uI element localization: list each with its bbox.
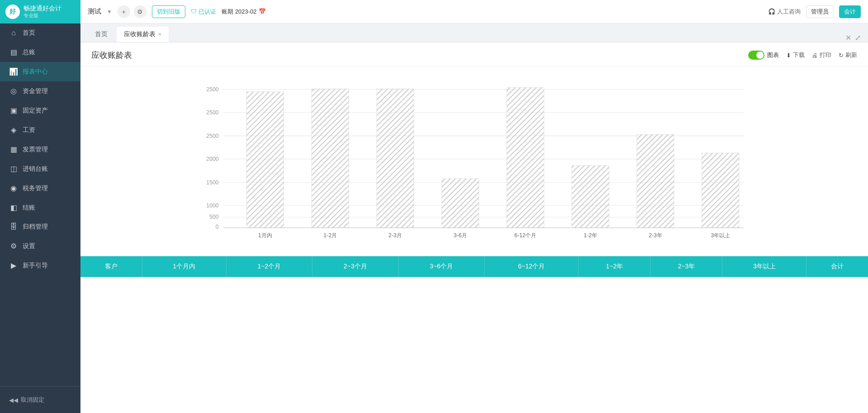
- sidebar-item-ledger[interactable]: ▤ 总账: [0, 42, 80, 62]
- certified-badge: 🛡 已认证: [191, 8, 216, 16]
- col-3plus-year: 3年以上: [722, 256, 807, 277]
- sidebar-item-settings[interactable]: ⚙ 设置: [0, 236, 80, 256]
- topbar-action-group: + ⚙: [118, 5, 146, 18]
- salary-icon: ◈: [9, 126, 18, 134]
- sidebar-item-reports[interactable]: 📊 报表中心: [0, 62, 80, 81]
- consulting-button[interactable]: 🎧 人工咨询: [768, 8, 801, 16]
- col-customer: 客户: [80, 256, 142, 277]
- svg-text:1500: 1500: [206, 179, 219, 186]
- sidebar-item-invoice[interactable]: ▦ 发票管理: [0, 140, 80, 159]
- sidebar-item-tax[interactable]: ◉ 税务管理: [0, 178, 80, 198]
- invoice-icon: ▦: [9, 145, 18, 154]
- sidebar-item-salary[interactable]: ◈ 工资: [0, 120, 80, 140]
- table-header-row: 客户 1个月内 1~2个月 2~3个月 3~6个月 6~12个月 1~2年 2~…: [80, 256, 868, 277]
- main-area: 测试 ▼ + ⚙ 切到旧版 🛡 已认证 账期 2023-02 📅 🎧 人工咨询 …: [80, 0, 868, 413]
- shield-icon: 🛡: [191, 8, 197, 15]
- sidebar-item-closing[interactable]: ◧ 结账: [0, 198, 80, 217]
- sidebar-item-guide[interactable]: ▶ 新手引导: [0, 256, 80, 275]
- settings-icon: ⚙: [9, 242, 18, 250]
- svg-text:3年以上: 3年以上: [711, 232, 730, 239]
- period-label: 账期: [222, 8, 233, 16]
- print-button[interactable]: 🖨 打印: [812, 51, 831, 59]
- sidebar-logo: 好 畅捷通好会计 专业版: [0, 0, 80, 23]
- sidebar-item-purchase[interactable]: ◫ 进销台账: [0, 159, 80, 178]
- certified-label: 已认证: [198, 8, 216, 16]
- period-display: 账期 2023-02 📅: [222, 8, 266, 16]
- assets-icon: ▣: [9, 106, 18, 115]
- tab-aging-label: 应收账龄表: [124, 30, 156, 38]
- reports-icon: 📊: [9, 67, 18, 76]
- sidebar-item-label-settings: 设置: [23, 242, 35, 250]
- chart-toggle[interactable]: [748, 51, 764, 60]
- sidebar-item-label-tax: 税务管理: [23, 184, 48, 192]
- print-icon: 🖨: [812, 52, 818, 59]
- accountant-button[interactable]: 会计: [839, 5, 861, 18]
- tab-close-button[interactable]: ×: [158, 31, 161, 38]
- tab-aging-report[interactable]: 应收账龄表 ×: [117, 27, 169, 42]
- sidebar-item-label-ledger: 总账: [23, 48, 35, 56]
- col-1month: 1个月内: [142, 256, 226, 277]
- settings-gear-button[interactable]: ⚙: [134, 5, 146, 18]
- app-logo-icon: 好: [5, 5, 20, 19]
- col-total: 合计: [807, 256, 868, 277]
- page-content: 应收账龄表 图表 ⬇ 下载 🖨 打印 ↻: [80, 42, 868, 413]
- sidebar-nav: ⌂ 首页 ▤ 总账 📊 报表中心 ◎ 资金管理 ▣ 固定资产 ◈ 工资 ▦ 发票…: [0, 23, 80, 386]
- tab-home[interactable]: 首页: [88, 27, 115, 42]
- unpin-icon: ◀◀: [9, 397, 18, 404]
- sidebar-item-archive[interactable]: 🗄 归档管理: [0, 217, 80, 236]
- download-icon: ⬇: [786, 52, 791, 59]
- page-actions: 图表 ⬇ 下载 🖨 打印 ↻ 刷新: [748, 51, 857, 60]
- sidebar-item-label-assets: 固定资产: [23, 107, 48, 115]
- sidebar-item-label-home: 首页: [23, 29, 35, 37]
- sidebar-item-assets[interactable]: ▣ 固定资产: [0, 101, 80, 120]
- col-2-3year: 2~3年: [651, 256, 722, 277]
- chart-area: 2500 2500 2500 2000 1500 1000 500 0: [80, 66, 868, 256]
- calendar-icon[interactable]: 📅: [259, 8, 266, 15]
- download-button[interactable]: ⬇ 下载: [786, 51, 805, 59]
- sidebar-item-label-guide: 新手引导: [23, 262, 48, 270]
- topbar-right-group: 🎧 人工咨询 管理员 会计: [768, 5, 861, 18]
- tab-home-label: 首页: [95, 30, 108, 38]
- switch-version-button[interactable]: 切到旧版: [152, 5, 185, 18]
- sidebar-item-label-purchase: 进销台账: [23, 165, 48, 173]
- sidebar-item-home[interactable]: ⌂ 首页: [0, 23, 80, 42]
- bar-3-6月: [442, 178, 479, 228]
- funds-icon: ◎: [9, 87, 18, 95]
- refresh-button[interactable]: ↻ 刷新: [839, 51, 857, 59]
- tabs-right-controls: ✕ ⤢: [845, 33, 861, 42]
- project-title: 测试: [88, 7, 101, 16]
- aging-table: 客户 1个月内 1~2个月 2~3个月 3~6个月 6~12个月 1~2年 2~…: [80, 256, 868, 277]
- bar-6-12月: [507, 88, 544, 228]
- sidebar-item-funds[interactable]: ◎ 资金管理: [0, 81, 80, 101]
- unpin-button[interactable]: ◀◀ 取消固定: [0, 391, 80, 408]
- sidebar-item-label-reports: 报表中心: [23, 68, 48, 76]
- topbar: 测试 ▼ + ⚙ 切到旧版 🛡 已认证 账期 2023-02 📅 🎧 人工咨询 …: [80, 0, 868, 23]
- manager-button[interactable]: 管理员: [806, 5, 834, 18]
- expand-window-button[interactable]: ⤢: [855, 33, 861, 42]
- bar-2-3月: [377, 89, 414, 228]
- ledger-icon: ▤: [9, 48, 18, 56]
- toggle-label: 图表: [767, 51, 779, 59]
- bar-1月内: [246, 92, 283, 228]
- purchase-icon: ◫: [9, 164, 18, 173]
- sidebar-item-label-archive: 归档管理: [23, 223, 48, 231]
- sidebar-item-label-funds: 资金管理: [23, 87, 48, 95]
- close-window-button[interactable]: ✕: [845, 33, 851, 42]
- svg-text:6-12个月: 6-12个月: [514, 232, 537, 239]
- bar-chart-svg: 2500 2500 2500 2000 1500 1000 500 0: [99, 75, 850, 243]
- bar-2-3年: [637, 135, 674, 228]
- sidebar-item-label-closing: 结账: [23, 204, 35, 212]
- tax-icon: ◉: [9, 184, 18, 192]
- col-3-6month: 3~6个月: [398, 256, 485, 277]
- col-6-12month: 6~12个月: [485, 256, 579, 277]
- headset-icon: 🎧: [768, 8, 775, 15]
- refresh-label: 刷新: [845, 51, 857, 59]
- sidebar-item-label-salary: 工资: [23, 126, 35, 134]
- svg-text:1-2年: 1-2年: [584, 232, 597, 239]
- svg-text:2500: 2500: [206, 133, 219, 139]
- consulting-label: 人工咨询: [777, 8, 801, 16]
- col-2-3month: 2~3个月: [312, 256, 399, 277]
- chevron-down-icon[interactable]: ▼: [107, 9, 112, 15]
- add-button[interactable]: +: [118, 5, 130, 18]
- col-1-2month: 1~2个月: [226, 256, 312, 277]
